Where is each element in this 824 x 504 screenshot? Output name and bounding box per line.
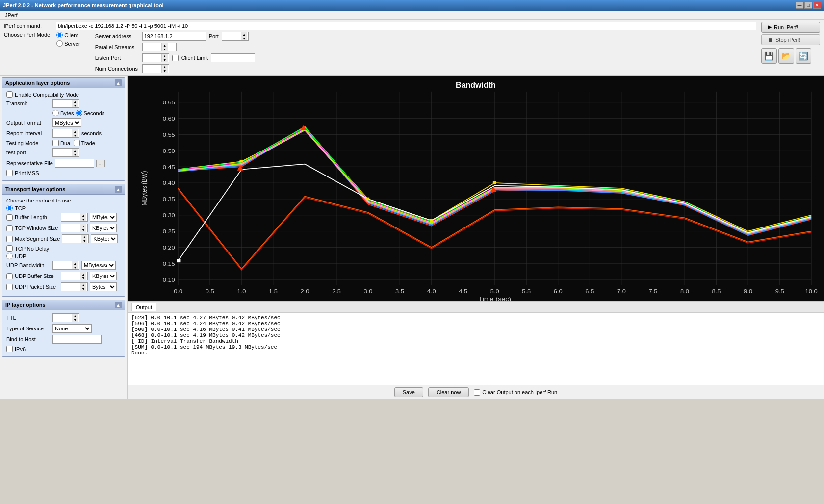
save-button[interactable]: Save [394, 387, 423, 397]
client-radio-label[interactable]: Client [56, 32, 78, 38]
browse-button[interactable]: ... [96, 160, 105, 167]
print-mss-checkbox[interactable] [6, 170, 13, 176]
listen-up[interactable]: ▲ [162, 54, 168, 58]
num-connections-spinbox[interactable]: 0 ▲ ▼ [142, 64, 169, 73]
test-port-spinbox[interactable]: 5,001 ▲ ▼ [52, 148, 79, 157]
tos-select[interactable]: None [52, 324, 92, 333]
udp-bw-down[interactable]: ▼ [72, 265, 78, 269]
port-down[interactable]: ▼ [241, 36, 247, 40]
udp-bandwidth-input[interactable]: 1 [53, 261, 72, 269]
udp-bandwidth-spinbox[interactable]: 1 ▲ ▼ [52, 261, 79, 270]
rep-file-input[interactable] [55, 159, 94, 168]
udp-buffer-input[interactable]: 41 [61, 272, 80, 280]
server-radio[interactable] [56, 40, 63, 47]
bytes-radio-label[interactable]: Bytes [52, 110, 74, 116]
udp-bw-unit-select[interactable]: MBytes/sec [81, 261, 116, 270]
seg-up[interactable]: ▲ [81, 235, 87, 239]
port-input[interactable]: 5,001 [222, 32, 241, 40]
server-radio-label[interactable]: Server [56, 40, 80, 47]
folder-icon-button[interactable]: 📂 [778, 48, 794, 64]
ttl-up[interactable]: ▲ [72, 314, 78, 318]
udp-buf-unit-select[interactable]: KBytes [90, 272, 117, 280]
no-delay-checkbox[interactable] [6, 245, 13, 252]
app-layer-collapse[interactable]: ▲ [115, 79, 122, 86]
ip-layer-collapse[interactable]: ▲ [115, 302, 122, 308]
buf-up[interactable]: ▲ [80, 213, 86, 217]
win-down[interactable]: ▼ [80, 228, 86, 232]
stop-iperf-button[interactable]: ⏹ Stop iPerf! [761, 34, 820, 45]
udp-buffer-spinbox[interactable]: 41 ▲ ▼ [61, 272, 88, 280]
parallel-spinbox[interactable]: 50 ▲ ▼ [142, 43, 177, 51]
parallel-input[interactable]: 50 [143, 43, 161, 51]
max-seg-input[interactable]: 1 [62, 235, 81, 243]
buffer-length-input[interactable]: 2 [61, 213, 80, 221]
trade-label[interactable]: Trade [74, 140, 95, 146]
num-connections-input[interactable]: 0 [143, 65, 161, 73]
win-up[interactable]: ▲ [80, 224, 86, 228]
parallel-down[interactable]: ▼ [162, 47, 168, 51]
interval-down[interactable]: ▼ [72, 133, 78, 137]
udp-packet-spinbox[interactable]: 1,500 ▲ ▼ [61, 282, 88, 291]
output-tab[interactable]: Output [131, 303, 156, 311]
udp-packet-checkbox[interactable] [6, 284, 13, 290]
server-address-input[interactable] [142, 32, 206, 41]
save-icon-button[interactable]: 💾 [761, 48, 777, 64]
seg-down[interactable]: ▼ [81, 239, 87, 243]
max-seg-checkbox[interactable] [6, 236, 13, 242]
minimize-button[interactable]: — [796, 2, 803, 9]
buffer-length-checkbox[interactable] [6, 214, 13, 221]
clear-now-button[interactable]: Clear now [428, 387, 469, 397]
udp-pkt-down[interactable]: ▼ [80, 287, 86, 291]
dual-checkbox[interactable] [52, 140, 59, 146]
max-seg-spinbox[interactable]: 1 ▲ ▼ [62, 234, 89, 243]
maximize-button[interactable]: □ [804, 2, 812, 9]
buffer-unit-select[interactable]: MBytes [90, 213, 117, 222]
report-interval-spinbox[interactable]: 1 ▲ ▼ [52, 129, 79, 138]
listen-port-spinbox[interactable]: 5,001 ▲ ▼ [142, 53, 169, 62]
udp-bw-up[interactable]: ▲ [72, 261, 78, 265]
port-up[interactable]: ▲ [241, 32, 247, 36]
ttl-input[interactable]: 1 [53, 314, 72, 322]
udp-buf-up[interactable]: ▲ [80, 272, 86, 276]
refresh-icon-button[interactable]: 🔄 [796, 48, 811, 64]
bytes-radio[interactable] [52, 110, 59, 116]
udp-packet-input[interactable]: 1,500 [61, 283, 80, 291]
transmit-input[interactable]: 10 [53, 100, 72, 107]
num-connections-down[interactable]: ▼ [162, 69, 168, 73]
udp-pkt-unit-select[interactable]: Bytes [90, 282, 117, 291]
udp-pkt-up[interactable]: ▲ [80, 283, 86, 287]
test-port-down[interactable]: ▼ [72, 152, 78, 156]
close-button[interactable]: ✕ [813, 2, 821, 9]
client-limit-checkbox[interactable] [172, 55, 179, 61]
listen-port-input[interactable]: 5,001 [143, 54, 161, 62]
udp-buf-down[interactable]: ▼ [80, 276, 86, 280]
tcp-radio[interactable] [6, 205, 13, 211]
client-radio[interactable] [56, 32, 63, 38]
report-interval-input[interactable]: 1 [53, 129, 72, 137]
clear-on-run-label[interactable]: Clear Output on each Iperf Run [474, 389, 557, 396]
parallel-up[interactable]: ▲ [162, 43, 168, 47]
perf-command-input[interactable] [56, 22, 756, 30]
run-iperf-button[interactable]: ▶ Run iPerf! [761, 22, 820, 33]
window-size-input[interactable]: 56 [61, 224, 80, 232]
ttl-down[interactable]: ▼ [72, 318, 78, 322]
listen-down[interactable]: ▼ [162, 58, 168, 62]
transmit-up[interactable]: ▲ [72, 100, 78, 103]
udp-radio[interactable] [6, 253, 13, 259]
num-connections-up[interactable]: ▲ [162, 65, 168, 69]
transmit-down[interactable]: ▼ [72, 103, 78, 107]
trade-checkbox[interactable] [74, 140, 80, 146]
port-spinbox[interactable]: 5,001 ▲ ▼ [222, 32, 249, 41]
test-port-input[interactable]: 5,001 [53, 149, 72, 156]
clear-on-run-checkbox[interactable] [474, 389, 480, 396]
output-format-select[interactable]: MBytes [52, 118, 81, 127]
buf-down[interactable]: ▼ [80, 217, 86, 221]
buffer-length-spinbox[interactable]: 2 ▲ ▼ [61, 213, 88, 222]
transport-layer-collapse[interactable]: ▲ [115, 186, 122, 193]
menu-jperf[interactable]: JPerf [2, 12, 21, 19]
output-text[interactable]: [628] 0.0-10.1 sec 4.27 MBytes 0.42 MByt… [128, 313, 824, 385]
seg-unit-select[interactable]: KBytes [91, 234, 118, 243]
test-port-up[interactable]: ▲ [72, 149, 78, 152]
ttl-spinbox[interactable]: 1 ▲ ▼ [52, 313, 79, 322]
transmit-spinbox[interactable]: 10 ▲ ▼ [52, 99, 79, 108]
